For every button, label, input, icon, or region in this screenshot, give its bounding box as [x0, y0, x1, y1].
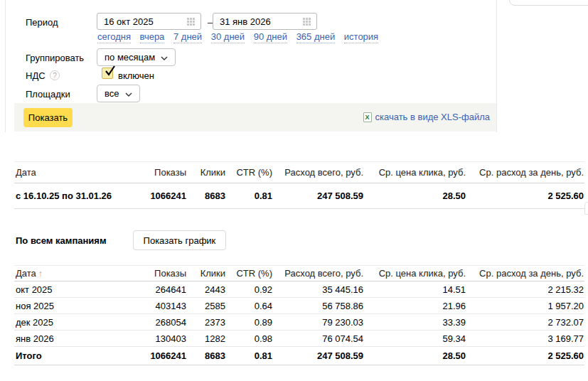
table-cell: 0.98 [226, 331, 273, 347]
calendar-icon[interactable] [303, 18, 305, 20]
col-avg-daily-cost[interactable]: Ср. расход за день, руб. [466, 266, 584, 281]
sort-asc-icon: ↑ [38, 269, 43, 279]
summary-header-row: Дата Показы Клики CTR (%) Расход всего, … [14, 162, 584, 183]
right-edge-cutoff-widget [584, 202, 588, 215]
download-xls-label: скачать в виде XLS-файла [375, 112, 491, 122]
table-cell: 0.92 [226, 281, 273, 298]
col-ctr[interactable]: CTR (%) [226, 266, 273, 281]
table-cell: 2 215.32 [466, 281, 584, 298]
table-cell: 130403 [146, 331, 187, 347]
table-cell: 2 732.07 [466, 314, 584, 331]
table-cell: 21.96 [364, 298, 466, 314]
table-cell: 1066241 [146, 347, 187, 365]
table-cell: окт 2025 [14, 281, 146, 298]
table-cell: 247 508.59 [273, 183, 364, 209]
vat-label: НДС [26, 70, 46, 81]
table-cell: Итого [14, 347, 146, 365]
period-quick-links: сегодня вчера 7 дней 30 дней 90 дней 365… [97, 31, 385, 42]
campaigns-section-title: По всем кампаниям [16, 235, 107, 246]
group-label: Группировать [26, 53, 84, 63]
table-cell: 1 957.20 [466, 298, 584, 314]
table-cell: ноя 2025 [14, 298, 146, 314]
table-cell: 2 525.60 [466, 183, 584, 209]
vat-checkbox[interactable] [102, 68, 113, 79]
quick-link-30days[interactable]: 30 дней [211, 31, 245, 43]
table-cell: 76 074.54 [273, 331, 364, 347]
table-cell: 2373 [187, 314, 226, 331]
quick-link-365days[interactable]: 365 дней [296, 31, 336, 43]
table-cell: 56 758.86 [273, 298, 364, 314]
table-cell: 0.64 [226, 298, 273, 314]
table-cell: 28.50 [364, 183, 466, 209]
period-to-input[interactable]: 31 янв 2026 [213, 13, 317, 30]
group-select-value: по месяцам [105, 52, 155, 63]
table-row: окт 2025 264641 2443 0.92 35 445.16 14.5… [14, 281, 584, 298]
quick-link-7days[interactable]: 7 дней [173, 31, 202, 43]
platforms-label: Площадки [26, 89, 70, 100]
platforms-select-value: все [105, 88, 119, 99]
col-clicks[interactable]: Клики [187, 266, 226, 281]
col-date: Дата [14, 162, 146, 183]
table-cell: янв 2026 [14, 331, 146, 347]
quick-link-yesterday[interactable]: вчера [140, 31, 165, 43]
period-label: Период [26, 17, 58, 28]
platforms-select[interactable]: все [97, 85, 140, 102]
summary-total-row: с 16.10.25 по 31.01.26 1066241 8683 0.81… [14, 183, 584, 209]
chevron-down-icon [125, 88, 132, 99]
table-row: дек 2025 268054 2373 0.89 79 230.03 33.3… [14, 314, 584, 331]
question-circle-icon[interactable]: ? [50, 70, 60, 80]
col-avg-cpc[interactable]: Ср. цена клика, руб. [364, 266, 466, 281]
col-impressions[interactable]: Показы [146, 266, 187, 281]
table-cell: 264641 [146, 281, 187, 298]
col-date-label: Дата [16, 268, 36, 279]
checkmark-icon [104, 65, 116, 77]
table-cell: 8683 [187, 183, 226, 209]
period-from-input[interactable]: 16 окт 2025 [97, 13, 201, 30]
form-footer-bar: Показать X скачать в виде XLS-файла [14, 103, 496, 132]
statistics-report-page: { "form": { "period": { "label": "Период… [0, 0, 588, 381]
col-avg-cpc: Ср. цена клика, руб. [364, 162, 466, 183]
table-cell: 0.81 [226, 347, 273, 365]
col-clicks: Клики [187, 162, 226, 183]
quick-link-today[interactable]: сегодня [97, 31, 131, 43]
table-cell: 14.51 [364, 281, 466, 298]
col-date-sortable[interactable]: Дата↑ [14, 266, 146, 281]
calendar-icon[interactable] [187, 18, 189, 20]
vat-checkbox-label[interactable]: включен [118, 70, 154, 81]
table-cell: 28.50 [364, 347, 466, 365]
period-to-value: 31 янв 2026 [220, 16, 303, 27]
excel-file-icon: X [363, 112, 372, 122]
table-cell: 35 445.16 [273, 281, 364, 298]
table-cell: 1066241 [146, 183, 187, 209]
table-cell: 2443 [187, 281, 226, 298]
col-ctr: CTR (%) [226, 162, 273, 183]
table-cell: с 16.10.25 по 31.01.26 [14, 183, 146, 209]
summary-table: Дата Показы Клики CTR (%) Расход всего, … [14, 161, 584, 209]
campaigns-section: По всем кампаниям Показать график [14, 230, 226, 250]
table-cell: дек 2025 [14, 314, 146, 331]
period-from-value: 16 окт 2025 [104, 16, 187, 27]
col-total-cost[interactable]: Расход всего, руб. [273, 266, 364, 281]
table-row: ноя 2025 403143 2585 0.64 56 758.86 21.9… [14, 298, 584, 314]
table-row: янв 2026 130403 1282 0.98 76 074.54 59.3… [14, 331, 584, 347]
table-cell: 268054 [146, 314, 187, 331]
quick-link-90days[interactable]: 90 дней [254, 31, 287, 43]
table-cell: 0.81 [226, 183, 273, 209]
table-cell: 59.34 [364, 331, 466, 347]
table-cell: 0.89 [226, 314, 273, 331]
table-cell: 8683 [187, 347, 226, 365]
show-chart-button[interactable]: Показать график [133, 230, 227, 250]
table-cell: 33.39 [364, 314, 466, 331]
download-xls-link[interactable]: X скачать в виде XLS-файла [363, 112, 491, 122]
group-select[interactable]: по месяцам [97, 48, 176, 66]
table-cell: 3 169.77 [466, 331, 584, 347]
detail-header-row: Дата↑ Показы Клики CTR (%) Расход всего,… [14, 266, 584, 281]
table-cell: 2 525.60 [466, 347, 584, 365]
table-cell: 1282 [187, 331, 226, 347]
detail-table: Дата↑ Показы Клики CTR (%) Расход всего,… [14, 265, 584, 365]
table-cell: 247 508.59 [273, 347, 364, 365]
top-right-cutoff-panel [509, 0, 588, 6]
show-button[interactable]: Показать [23, 108, 73, 127]
chevron-down-icon [161, 52, 168, 63]
quick-link-history[interactable]: история [344, 31, 378, 43]
